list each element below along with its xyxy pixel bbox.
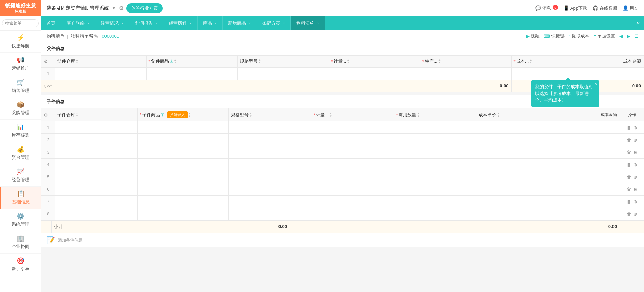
child-goods-cell-7[interactable] — [138, 196, 229, 208]
child-qty-input-7[interactable] — [394, 196, 476, 208]
child-settings-icon[interactable]: ⚙ — [44, 112, 48, 118]
sidebar-item-guide[interactable]: 🎯 新手引导 — [0, 254, 41, 276]
child-spec-input-2[interactable] — [229, 134, 311, 146]
child-unit-input-7[interactable] — [311, 196, 394, 208]
child-cost-price-cell-1[interactable] — [476, 121, 559, 134]
child-warehouse-cell-5[interactable] — [55, 171, 138, 183]
child-goods-input-7[interactable] — [138, 196, 228, 208]
child-spec-input-1[interactable] — [229, 121, 311, 133]
child-cost-price-cell-5[interactable] — [476, 171, 559, 183]
child-spec-cell-7[interactable] — [229, 196, 311, 208]
parent-settings-icon[interactable]: ⚙ — [44, 59, 48, 64]
search-input[interactable] — [2, 19, 39, 27]
child-spec-input-7[interactable] — [229, 196, 311, 208]
child-qty-input-8[interactable] — [394, 208, 476, 220]
child-qty-input-5[interactable] — [394, 171, 476, 183]
child-spec-cell-8[interactable] — [229, 208, 311, 220]
child-unit-input-2[interactable] — [311, 134, 394, 146]
child-goods-input-3[interactable] — [138, 146, 228, 158]
child-unit-cell-5[interactable] — [311, 171, 394, 183]
tab-close-barcode[interactable]: × — [283, 21, 285, 25]
tab-close-business[interactable]: × — [121, 21, 123, 25]
parent-spec-input[interactable] — [238, 68, 329, 80]
tab-barcode[interactable]: 条码方案 × — [257, 16, 291, 30]
parent-unit-cell[interactable] — [329, 68, 420, 80]
copy-row-icon-6[interactable]: ⊕ — [633, 187, 637, 192]
child-warehouse-cell-2[interactable] — [55, 134, 138, 146]
breadcrumb-parent[interactable]: 物料清单 — [47, 33, 64, 39]
sidebar-item-sales[interactable]: 🛒 销售管理 — [0, 75, 41, 97]
parent-goods-cell[interactable] — [146, 68, 238, 80]
child-cost-price-cell-7[interactable] — [476, 196, 559, 208]
child-warehouse-input-1[interactable] — [55, 121, 137, 133]
child-goods-cell-2[interactable] — [138, 134, 229, 146]
child-qty-input-2[interactable] — [394, 134, 476, 146]
child-qty-cell-8[interactable] — [394, 208, 476, 220]
child-spec-cell-3[interactable] — [229, 146, 311, 159]
delete-row-icon-7[interactable]: 🗑 — [627, 199, 631, 205]
sidebar-item-marketing[interactable]: 📢 营销推广 — [0, 53, 41, 75]
copy-row-icon-3[interactable]: ⊕ — [633, 150, 637, 155]
child-warehouse-cell-4[interactable] — [55, 159, 138, 171]
child-spec-cell-4[interactable] — [229, 159, 311, 171]
nav-next[interactable]: ▶ — [627, 34, 630, 39]
close-all-tabs[interactable]: × — [633, 20, 644, 26]
child-unit-input-4[interactable] — [311, 159, 394, 171]
copy-row-icon-5[interactable]: ⊕ — [633, 174, 637, 180]
child-goods-cell-4[interactable] — [138, 159, 229, 171]
delete-row-icon-3[interactable]: 🗑 — [627, 150, 631, 155]
child-goods-input-6[interactable] — [138, 183, 228, 195]
child-cost-price-cell-8[interactable] — [476, 208, 559, 220]
trial-button[interactable]: 体验行业方案 — [126, 3, 163, 13]
delete-row-icon-6[interactable]: 🗑 — [627, 187, 631, 192]
child-warehouse-input-4[interactable] — [55, 159, 137, 171]
child-warehouse-input-8[interactable] — [55, 208, 137, 220]
tab-new-goods[interactable]: 新增商品 × — [223, 16, 257, 30]
sidebar-item-operations[interactable]: 📈 经营管理 — [0, 164, 41, 187]
child-unit-input-5[interactable] — [311, 171, 394, 183]
tab-goods[interactable]: 商品 × — [198, 16, 223, 30]
child-goods-cell-5[interactable] — [138, 171, 229, 183]
child-unit-input-3[interactable] — [311, 146, 394, 158]
child-warehouse-input-2[interactable] — [55, 134, 137, 146]
child-unit-cell-6[interactable] — [311, 183, 394, 196]
child-qty-cell-3[interactable] — [394, 146, 476, 159]
tab-close-goods[interactable]: × — [215, 21, 217, 25]
parent-spec-cell[interactable] — [238, 68, 329, 80]
settings-icon[interactable]: ⚙ — [119, 5, 124, 11]
sidebar-item-finance[interactable]: 💰 资金管理 — [0, 142, 41, 164]
parent-cost-cell[interactable] — [511, 68, 603, 80]
online-service-link[interactable]: 🎧 在线客服 — [593, 5, 617, 11]
child-goods-cell-1[interactable] — [138, 121, 229, 134]
tab-close-history[interactable]: × — [189, 21, 191, 25]
child-spec-input-8[interactable] — [229, 208, 311, 220]
parent-produce-cell[interactable] — [420, 68, 512, 80]
parent-produce-input[interactable] — [420, 68, 511, 80]
parent-cost-input[interactable] — [512, 68, 603, 80]
child-warehouse-input-6[interactable] — [55, 183, 137, 195]
copy-row-icon-1[interactable]: ⊕ — [633, 125, 637, 130]
tab-profit[interactable]: 利润报告 × — [129, 16, 163, 30]
child-cost-price-input-7[interactable] — [476, 196, 559, 208]
child-qty-input-3[interactable] — [394, 146, 476, 158]
copy-row-icon-2[interactable]: ⊕ — [633, 137, 637, 143]
child-goods-input-8[interactable] — [138, 208, 228, 220]
child-cost-price-cell-4[interactable] — [476, 159, 559, 171]
child-spec-input-4[interactable] — [229, 159, 311, 171]
child-unit-input-6[interactable] — [311, 183, 394, 195]
child-warehouse-cell-6[interactable] — [55, 183, 138, 196]
copy-row-icon-4[interactable]: ⊕ — [633, 162, 637, 167]
child-qty-cell-4[interactable] — [394, 159, 476, 171]
parent-goods-input[interactable] — [147, 68, 238, 80]
child-unit-cell-8[interactable] — [311, 208, 394, 220]
child-cost-price-cell-2[interactable] — [476, 134, 559, 146]
child-warehouse-input-3[interactable] — [55, 146, 137, 158]
child-spec-cell-5[interactable] — [229, 171, 311, 183]
child-cost-price-input-4[interactable] — [476, 159, 559, 171]
child-cost-price-cell-3[interactable] — [476, 146, 559, 159]
delete-row-icon-1[interactable]: 🗑 — [627, 125, 631, 130]
child-goods-cell-6[interactable] — [138, 183, 229, 196]
tab-history[interactable]: 经营历程 × — [163, 16, 197, 30]
add-note-text[interactable]: 添加备注信息 — [58, 237, 83, 243]
tab-close-profit[interactable]: × — [156, 21, 158, 25]
